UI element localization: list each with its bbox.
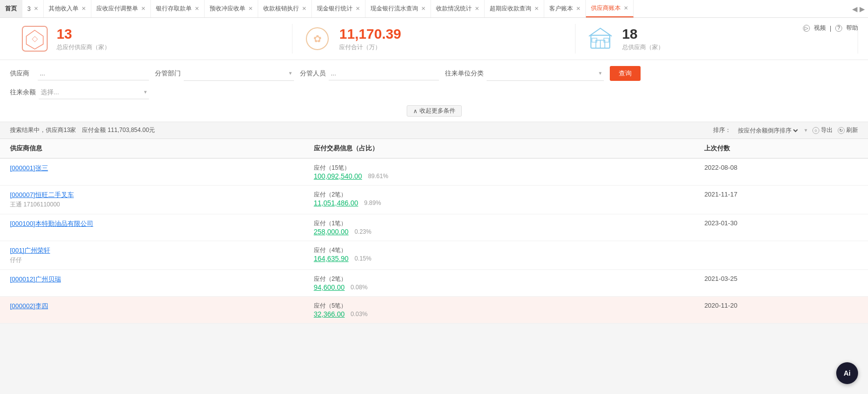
supplier-info-cell: [001]广州荣轩仔仔 bbox=[0, 241, 304, 270]
nav-item-collection-exec[interactable]: 收款核销执行 ✕ bbox=[258, 0, 312, 17]
nav-close-cash-bank-stats[interactable]: ✕ bbox=[356, 5, 360, 12]
supplier-name-link[interactable]: [000012]广州贝瑞 bbox=[10, 275, 294, 284]
category-select-wrapper: ▾ bbox=[487, 66, 604, 81]
collapse-up-icon: ∧ bbox=[413, 108, 418, 115]
summary-icon-grain: ✿ bbox=[302, 24, 332, 54]
export-link[interactable]: ○ 导出 bbox=[812, 126, 833, 134]
table-row: [000012]广州贝瑞应付（2笔）94,600.000.08%2021-03-… bbox=[0, 270, 868, 297]
supplier-info-cell: [000012]广州贝瑞 bbox=[0, 270, 304, 297]
summary-card-total-payable: ✿ 11,170.39 应付合计（万） bbox=[292, 24, 575, 54]
summary-num-payable: 13 bbox=[57, 26, 110, 43]
refresh-link[interactable]: ↻ 刷新 bbox=[838, 126, 858, 134]
svg-text:✿: ✿ bbox=[313, 33, 322, 44]
nav-item-cash-bank-stats[interactable]: 现金银行统计 ✕ bbox=[312, 0, 365, 17]
tx-amount[interactable]: 94,600.00 bbox=[314, 283, 345, 291]
summary-num-total: 11,170.39 bbox=[339, 26, 401, 43]
last-payment-cell: 2020-11-20 bbox=[694, 297, 868, 324]
supplier-name-link[interactable]: [000002]李四 bbox=[10, 302, 294, 311]
nav-item-prepay[interactable]: 预收冲应收单 ✕ bbox=[205, 0, 258, 17]
supplier-input[interactable] bbox=[38, 66, 149, 80]
summary-card-payable-suppliers: ◇ 13 总应付供应商（家） bbox=[10, 24, 292, 54]
tx-percent: 0.03% bbox=[351, 311, 367, 318]
nav-close-other-income[interactable]: ✕ bbox=[81, 5, 86, 12]
nav-item-supplier-ledger[interactable]: 供应商账本 ✕ bbox=[586, 0, 634, 17]
filter-area: 供应商 分管部门 ▾ 分管人员 往来单位分类 ▾ bbox=[0, 60, 868, 122]
filter-dept: 分管部门 ▾ bbox=[155, 66, 294, 81]
nav-item-bank-deposit[interactable]: 银行存取款单 ✕ bbox=[151, 0, 205, 17]
nav-item-other-income[interactable]: 其他收入单 ✕ bbox=[44, 0, 91, 17]
supplier-name-link[interactable]: [000001]张三 bbox=[10, 164, 294, 173]
nav-item-customer-ledger[interactable]: 客户账本 ✕ bbox=[544, 0, 586, 17]
table-row: [000007]恒旺二手叉车王通 17106110000应付（2笔）11,051… bbox=[0, 186, 868, 214]
nav-prev-arrow[interactable]: ◀ bbox=[852, 5, 858, 13]
filter-category: 往来单位分类 ▾ bbox=[445, 66, 604, 81]
data-table: 供应商信息 应付交易信息（占比） 上次付数 [000001]张三应付（15笔）1… bbox=[0, 139, 868, 324]
tx-amount[interactable]: 100,092,540.00 bbox=[314, 172, 362, 180]
result-amount: 应付金额 111,703,854.00元 bbox=[82, 126, 155, 134]
tx-label: 应付（1笔） bbox=[314, 219, 685, 228]
sort-select[interactable]: 按应付余额倒序排序 bbox=[736, 127, 799, 134]
last-payment-cell: 2021-11-17 bbox=[694, 186, 868, 214]
nav-close-supplier-ledger[interactable]: ✕ bbox=[624, 5, 628, 11]
table-header: 供应商信息 应付交易信息（占比） 上次付数 bbox=[0, 139, 868, 158]
nav-close-3[interactable]: ✕ bbox=[34, 5, 38, 12]
tx-amount[interactable]: 11,051,486.00 bbox=[314, 199, 359, 207]
person-input[interactable] bbox=[329, 66, 439, 80]
tx-info-cell: 应付（1笔）258,000.000.23% bbox=[304, 214, 695, 241]
filter-person: 分管人员 bbox=[300, 66, 439, 80]
nav-close-collection-stats[interactable]: ✕ bbox=[475, 5, 479, 12]
dept-select-wrapper: ▾ bbox=[184, 66, 294, 81]
supplier-name-link[interactable]: [000007]恒旺二手叉车 bbox=[10, 191, 294, 199]
nav-close-customer-ledger[interactable]: ✕ bbox=[576, 5, 580, 12]
last-payment-cell: 2021-03-25 bbox=[694, 270, 868, 297]
tx-info-cell: 应付（5笔）32,366.000.03% bbox=[304, 297, 695, 324]
table-row: [001]广州荣轩仔仔应付（4笔）164,635.900.15% bbox=[0, 241, 868, 270]
nav-item-overdue[interactable]: 超期应收款查询 ✕ bbox=[485, 0, 544, 17]
balance-select[interactable]: 选择... bbox=[39, 85, 149, 99]
nav-close-cash-flow[interactable]: ✕ bbox=[421, 5, 426, 12]
nav-item-3[interactable]: 3 ✕ bbox=[22, 0, 44, 17]
nav-next-arrow[interactable]: ▶ bbox=[860, 5, 865, 13]
tx-percent: 9.89% bbox=[364, 199, 381, 206]
supplier-info-cell: [000001]张三 bbox=[0, 158, 304, 186]
data-table-container: 供应商信息 应付交易信息（占比） 上次付数 [000001]张三应付（15笔）1… bbox=[0, 139, 868, 324]
category-select[interactable] bbox=[487, 66, 604, 80]
result-summary-row: 搜索结果中，供应商13家 应付金额 111,703,854.00元 排序： 按应… bbox=[0, 122, 868, 139]
tx-amount[interactable]: 258,000.00 bbox=[314, 228, 349, 236]
tx-label: 应付（2笔） bbox=[314, 275, 685, 283]
collapse-button[interactable]: ∧ 收起更多条件 bbox=[407, 105, 462, 117]
filter-supplier-label: 供应商 bbox=[10, 69, 35, 78]
tx-percent: 0.15% bbox=[355, 255, 371, 262]
nav-close-overdue[interactable]: ✕ bbox=[534, 5, 539, 12]
col-header-supplier: 供应商信息 bbox=[0, 139, 304, 158]
filter-person-label: 分管人员 bbox=[300, 69, 326, 78]
nav-close-prepay[interactable]: ✕ bbox=[248, 5, 253, 12]
supplier-name-link[interactable]: [001]广州荣轩 bbox=[10, 246, 294, 255]
balance-select-wrapper: 选择... ▾ bbox=[39, 85, 149, 99]
help-link[interactable]: 帮助 bbox=[846, 24, 858, 32]
dept-select[interactable] bbox=[184, 66, 294, 80]
tx-info-cell: 应付（15笔）100,092,540.0089.61% bbox=[304, 158, 695, 186]
tx-amount[interactable]: 164,635.90 bbox=[314, 255, 349, 263]
top-right-links: ▷ 视频 | ? 帮助 bbox=[803, 24, 858, 32]
nav-item-adjustment[interactable]: 应收应付调整单 ✕ bbox=[91, 0, 151, 17]
supplier-name-link[interactable]: [000100]本特勤油品有限公司 bbox=[10, 219, 294, 228]
top-nav: 首页 3 ✕ 其他收入单 ✕ 应收应付调整单 ✕ 银行存取款单 ✕ 预收冲应收单… bbox=[0, 0, 868, 18]
video-link[interactable]: 视频 bbox=[814, 24, 826, 32]
nav-item-cash-flow[interactable]: 现金银行流水查询 ✕ bbox=[365, 0, 431, 17]
result-summary-right: 排序： 按应付余额倒序排序 ▾ ○ 导出 ↻ 刷新 bbox=[713, 126, 858, 134]
tx-amount[interactable]: 32,366.00 bbox=[314, 310, 345, 318]
result-summary-left: 搜索结果中，供应商13家 应付金额 111,703,854.00元 bbox=[10, 126, 155, 134]
nav-item-collection-stats[interactable]: 收款情况统计 ✕ bbox=[431, 0, 485, 17]
nav-close-bank-deposit[interactable]: ✕ bbox=[195, 5, 199, 12]
summary-label-all-suppliers: 总供应商（家） bbox=[622, 43, 664, 52]
query-button[interactable]: 查询 bbox=[610, 66, 641, 81]
nav-close-adjustment[interactable]: ✕ bbox=[141, 5, 145, 12]
nav-home[interactable]: 首页 bbox=[0, 0, 22, 17]
summary-content-3: 18 总供应商（家） bbox=[622, 26, 664, 52]
tx-label: 应付（4笔） bbox=[314, 246, 685, 255]
nav-close-collection-exec[interactable]: ✕ bbox=[302, 5, 306, 12]
summary-label-total: 应付合计（万） bbox=[339, 43, 401, 52]
export-icon: ○ bbox=[812, 127, 819, 134]
collapse-row: ∧ 收起更多条件 bbox=[10, 103, 858, 118]
